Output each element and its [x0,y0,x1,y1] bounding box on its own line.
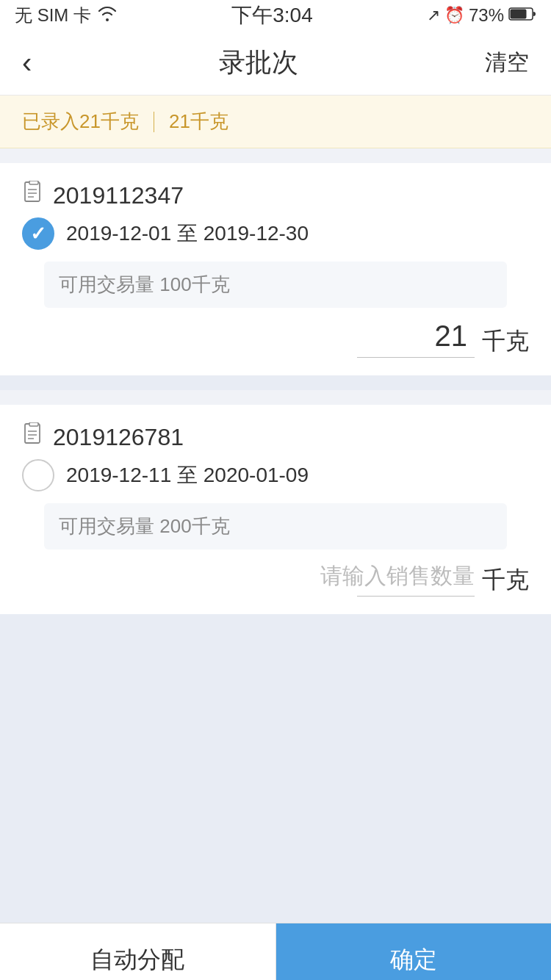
card-separator [0,375,551,390]
clear-button[interactable]: 清空 [485,48,529,78]
batch-icon-2 [22,422,46,452]
status-left: 无 SIM 卡 [15,4,118,27]
qty-wrap-2: 请输入销售数量 [320,561,475,597]
batch-id-row-2: 2019126781 [22,422,529,452]
card-separator-2 [0,614,551,629]
wifi-icon [97,5,118,26]
info-banner: 已录入21千克 21千克 [0,96,551,148]
batch-id-text-2: 2019126781 [53,424,184,451]
confirm-button[interactable]: 确定 [276,923,552,980]
qty-line-1 [357,357,475,358]
svg-rect-8 [29,422,38,426]
auto-distribute-button[interactable]: 自动分配 [0,923,276,980]
banner-divider [154,112,154,132]
recorded-label: 已录入21千克 [22,109,139,134]
batch-date-text-2: 2019-12-11 至 2020-01-09 [66,461,309,489]
qty-placeholder-2[interactable]: 请输入销售数量 [320,561,475,591]
qty-unit-1: 千克 [482,325,529,358]
batch-available-2: 可用交易量 200千克 [44,503,507,550]
batch-date-text-1: 2019-12-01 至 2019-12-30 [66,220,309,248]
status-bar: 无 SIM 卡 下午3:04 ↗ ⏰ 73% [0,0,551,31]
batch-date-row-1: 2019-12-01 至 2019-12-30 [22,217,529,250]
auto-distribute-label: 自动分配 [90,944,184,976]
batch-id-row-1: 2019112347 [22,181,529,210]
batch-id-text-1: 2019112347 [53,182,184,209]
empty-area [0,629,551,923]
batch-card-2: 2019126781 2019-12-11 至 2020-01-09 可用交易量… [0,405,551,614]
status-time: 下午3:04 [231,1,313,29]
batch-date-row-2: 2019-12-11 至 2020-01-09 [22,459,529,491]
status-right: ↗ ⏰ 73% [427,5,536,26]
bottom-bar: 自动分配 确定 [0,923,551,980]
confirm-label: 确定 [390,944,437,976]
battery-icon [508,5,536,26]
svg-rect-3 [29,181,38,184]
qty-wrap-1: 21 [357,320,475,358]
no-sim-text: 无 SIM 卡 [15,4,91,27]
page-title: 录批次 [219,45,298,81]
svg-rect-1 [511,10,527,19]
qty-value-1: 21 [435,320,468,353]
back-button[interactable]: ‹ [22,46,32,79]
location-icon: ↗ [427,6,440,25]
nav-bar: ‹ 录批次 清空 [0,31,551,96]
alarm-icon: ⏰ [444,6,464,25]
batch-available-1: 可用交易量 100千克 [44,262,507,308]
batch-icon-1 [22,181,46,210]
qty-unit-2: 千克 [482,564,529,597]
batch-checkbox-2[interactable] [22,459,54,491]
svg-rect-2 [25,182,40,201]
svg-rect-7 [25,424,40,443]
battery-percent: 73% [469,5,504,26]
batch-checkbox-1[interactable] [22,217,54,250]
recorded-value: 21千克 [169,109,228,134]
qty-line-2 [357,596,475,597]
batch-card-1: 2019112347 2019-12-01 至 2019-12-30 可用交易量… [0,163,551,375]
